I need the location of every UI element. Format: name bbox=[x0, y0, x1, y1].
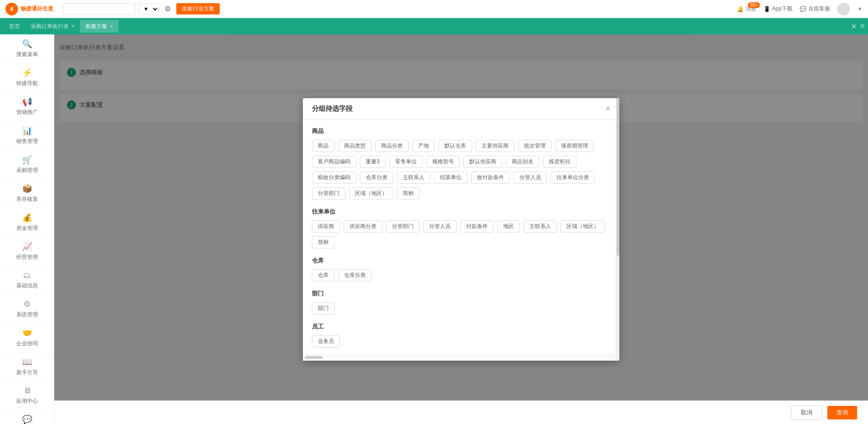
field-manager[interactable]: 分管人员 bbox=[514, 172, 547, 184]
tab-new-plan[interactable]: 新建方案 × bbox=[80, 20, 118, 33]
confirm-button[interactable]: 查询 bbox=[827, 406, 857, 419]
field-abbr-product[interactable]: 简称 bbox=[397, 187, 420, 200]
field-dept[interactable]: 部门 bbox=[312, 302, 335, 314]
field-batch-mgmt[interactable]: 批次管理 bbox=[518, 140, 552, 152]
field-product-alias[interactable]: 商品别名 bbox=[506, 156, 539, 168]
field-region-partner[interactable]: 区域（地区） bbox=[561, 220, 605, 233]
field-dept-mgmt2[interactable]: 分管部门 bbox=[386, 220, 420, 233]
modal-body: 商品 商品 商品类型 商品分类 产地 默认仓库 主要供应商 批次管理 保质期管理… bbox=[303, 120, 619, 354]
field-product-type[interactable]: 商品类型 bbox=[338, 140, 372, 152]
quick-nav-icon: ⚡ bbox=[22, 68, 32, 78]
search-select[interactable]: ▼ bbox=[138, 3, 159, 15]
gear-icon[interactable]: ⚙ bbox=[162, 3, 174, 15]
field-product[interactable]: 商品 bbox=[312, 140, 335, 152]
sidebar-item-search[interactable]: 🔍 搜索菜单 bbox=[0, 34, 54, 63]
user-avatar[interactable] bbox=[837, 3, 850, 15]
field-dept-mgmt[interactable]: 分管部门 bbox=[312, 187, 345, 200]
field-payment-cond[interactable]: 付款条件 bbox=[460, 220, 494, 233]
field-settlement-unit[interactable]: 结算单位 bbox=[434, 172, 467, 184]
field-main-contact[interactable]: 主联系人 bbox=[397, 172, 430, 184]
cancel-button[interactable]: 取消 bbox=[791, 405, 822, 420]
field-default-warehouse[interactable]: 默认仓库 bbox=[439, 140, 472, 152]
sidebar-item-system[interactable]: ⚙ 系统管理 bbox=[0, 295, 54, 324]
app-download[interactable]: 📱 App下载 bbox=[764, 5, 793, 13]
section-dept-title: 部门 bbox=[312, 290, 610, 298]
field-main-supplier[interactable]: 主要供应商 bbox=[476, 140, 514, 152]
modal-vertical-scroll[interactable] bbox=[616, 98, 619, 361]
field-main-contact2[interactable]: 主联系人 bbox=[524, 220, 557, 233]
vscroll-thumb bbox=[617, 98, 619, 256]
field-origin[interactable]: 产地 bbox=[412, 140, 435, 152]
sidebar-item-quick-nav[interactable]: ⚡ 快捷导航 bbox=[0, 63, 54, 92]
section-partner-title: 往来单位 bbox=[312, 208, 610, 216]
field-supplier-category[interactable]: 供应商分类 bbox=[344, 220, 382, 233]
field-warehouse[interactable]: 仓库 bbox=[312, 269, 335, 281]
field-warehouse-type[interactable]: 仓库分类 bbox=[338, 269, 372, 281]
basic-info-icon: 🗂 bbox=[23, 271, 31, 280]
field-abbr-partner[interactable]: 简称 bbox=[312, 236, 335, 248]
field-weight[interactable]: 重量3 bbox=[360, 156, 386, 168]
sidebar-item-marketing[interactable]: 📢 营销推广 bbox=[0, 92, 54, 121]
app-center-icon: 🖥 bbox=[23, 386, 31, 395]
section-warehouse: 仓库 仓库 仓库分类 bbox=[312, 257, 610, 281]
field-partner-category[interactable]: 往来单位分类 bbox=[551, 172, 595, 184]
logo-area: 6 畅捷通好生意 bbox=[5, 3, 60, 15]
sidebar-item-guide[interactable]: 📖 新手引导 bbox=[0, 353, 54, 381]
field-default-supplier[interactable]: 默认供应商 bbox=[463, 156, 502, 168]
sidebar-item-finance[interactable]: 💰 资金管理 bbox=[0, 208, 54, 237]
message-icon[interactable]: 🔔 99+ 消息 bbox=[737, 5, 756, 13]
sidebar-item-basic-info[interactable]: 🗂 基础信息 bbox=[0, 266, 54, 295]
tab-bar-menu[interactable]: ≡ bbox=[860, 22, 864, 30]
online-service[interactable]: 💬 在线客服 bbox=[800, 5, 830, 13]
field-payment-terms[interactable]: 收付款条件 bbox=[471, 172, 510, 184]
employee-fields: 业务员 bbox=[312, 335, 610, 348]
field-expiry-mgmt[interactable]: 保质期管理 bbox=[555, 140, 594, 152]
sidebar: 🔍 搜索菜单 ⚡ 快捷导航 📢 营销推广 📊 销售管理 🛒 采购管理 📦 库存核… bbox=[0, 34, 54, 424]
purchase-icon: 🛒 bbox=[22, 155, 32, 165]
partner-fields: 供应商 供应商分类 分管部门 分管人员 付款条件 地区 主联系人 区域（地区） … bbox=[312, 220, 610, 248]
field-warehouse-category[interactable]: 仓库分类 bbox=[360, 172, 393, 184]
sidebar-item-app-center[interactable]: 🖥 应用中心 bbox=[0, 381, 54, 410]
logo-icon: 6 bbox=[5, 3, 18, 15]
sidebar-item-purchase[interactable]: 🛒 采购管理 bbox=[0, 150, 54, 179]
field-customer-code[interactable]: 客户商品编码 bbox=[312, 156, 356, 168]
field-region-product[interactable]: 区域（地区） bbox=[349, 187, 393, 200]
search-input[interactable] bbox=[63, 3, 136, 15]
header-right: 🔔 99+ 消息 📱 App下载 💬 在线客服 ▼ bbox=[737, 3, 863, 15]
sidebar-item-inventory[interactable]: 📦 库存核算 bbox=[0, 179, 54, 208]
tab-purchase-order[interactable]: 采购订单执行表 × bbox=[25, 20, 80, 33]
field-pick-points[interactable]: 拣货积分 bbox=[543, 156, 576, 168]
tab-bar-close[interactable]: ✕ bbox=[851, 22, 857, 31]
field-area[interactable]: 地区 bbox=[497, 220, 520, 233]
warehouse-fields: 仓库 仓库分类 bbox=[312, 269, 610, 281]
section-product: 商品 商品 商品类型 商品分类 产地 默认仓库 主要供应商 批次管理 保质期管理… bbox=[312, 127, 610, 200]
modal-dialog: 分组待选字段 × 商品 商品 商品类型 商品分类 产地 默认仓库 主要供应商 批… bbox=[303, 98, 619, 361]
modal-title: 分组待选字段 bbox=[312, 105, 353, 113]
sidebar-item-sales[interactable]: 📊 销售管理 bbox=[0, 121, 54, 150]
tab-new-plan-close[interactable]: × bbox=[110, 23, 113, 29]
guide-icon: 📖 bbox=[22, 357, 32, 367]
field-salesperson[interactable]: 业务员 bbox=[312, 335, 340, 348]
sidebar-item-wechat[interactable]: 💬 企业微信 bbox=[0, 410, 54, 424]
field-person-mgmt[interactable]: 分管人员 bbox=[423, 220, 457, 233]
field-spec-model[interactable]: 规格型号 bbox=[426, 156, 460, 168]
modal-horizontal-scroll[interactable] bbox=[303, 354, 619, 361]
tab-home[interactable]: 首页 bbox=[4, 20, 25, 33]
tab-bar: 首页 采购订单执行表 × 新建方案 × ✕ ≡ bbox=[0, 18, 868, 34]
section-employee-title: 员工 bbox=[312, 323, 610, 331]
product-fields: 商品 商品类型 商品分类 产地 默认仓库 主要供应商 批次管理 保质期管理 客户… bbox=[312, 140, 610, 200]
field-product-category[interactable]: 商品分类 bbox=[375, 140, 409, 152]
sidebar-item-operations[interactable]: 📈 经营管理 bbox=[0, 237, 54, 266]
sidebar-item-enterprise[interactable]: 🤝 企业协同 bbox=[0, 324, 54, 353]
user-menu-arrow[interactable]: ▼ bbox=[857, 6, 863, 12]
section-product-title: 商品 bbox=[312, 127, 610, 135]
modal-close-button[interactable]: × bbox=[605, 105, 610, 113]
experience-button[interactable]: 体验行业方案 bbox=[176, 3, 220, 14]
wechat-icon: 💬 bbox=[22, 414, 32, 424]
system-icon: ⚙ bbox=[24, 299, 31, 309]
tab-purchase-close[interactable]: × bbox=[71, 23, 75, 29]
sales-icon: 📊 bbox=[22, 126, 32, 136]
field-tax-code[interactable]: 税收分类编码 bbox=[312, 172, 356, 184]
field-supplier[interactable]: 供应商 bbox=[312, 220, 340, 233]
field-retail-unit[interactable]: 零售单位 bbox=[389, 156, 423, 168]
